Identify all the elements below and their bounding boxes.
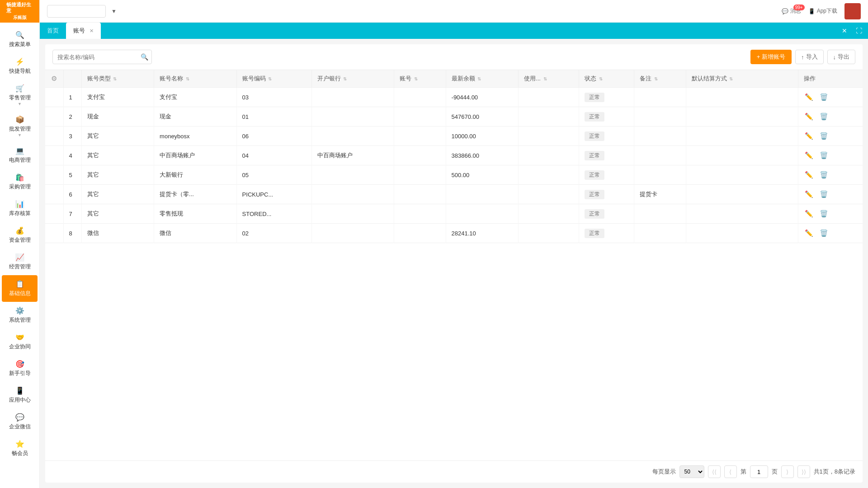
next-page-btn[interactable]: ⟩ [781, 465, 794, 478]
row-account-number [394, 88, 446, 107]
row-status: 正常 [579, 146, 634, 165]
sidebar-item-wholesale-mgmt[interactable]: 📦 批发管理 ▼ [0, 111, 39, 142]
sidebar-item-retail-mgmt[interactable]: 🛒 零售管理 ▼ [0, 80, 39, 111]
delete-icon[interactable]: 🗑️ [819, 209, 829, 219]
sidebar-item-finance-mgmt[interactable]: 💰 资金管理 [0, 222, 39, 249]
row-latest-balance: -90444.00 [446, 88, 519, 107]
col-account-type-label: 账号类型 [87, 75, 111, 82]
topbar-dropdown[interactable]: ▼ [111, 8, 117, 14]
sidebar-item-app-center[interactable]: 📱 应用中心 [0, 382, 39, 408]
row-settings-cell [45, 224, 63, 243]
import-button[interactable]: ↑ 导入 [795, 50, 824, 64]
tab-home[interactable]: 首页 [40, 23, 66, 39]
topbar-message-btn[interactable]: 💬 消息 99+ [782, 7, 801, 15]
col-account-number[interactable]: 账号 ⇅ [394, 70, 446, 88]
prev-page-btn[interactable]: ⟨ [724, 465, 737, 478]
sidebar-item-ecommerce-mgmt[interactable]: 💻 电商管理 [0, 142, 39, 169]
delete-icon[interactable]: 🗑️ [819, 228, 829, 238]
page-input[interactable] [750, 465, 768, 478]
finance-mgmt-icon: 💰 [15, 226, 24, 235]
col-status[interactable]: 状态 ⇅ [579, 70, 634, 88]
col-remark-label: 备注 [640, 75, 651, 82]
row-account-name: 提货卡（零... [154, 185, 237, 204]
col-latest-balance[interactable]: 最新余额 ⇅ [446, 70, 519, 88]
edit-icon[interactable]: ✏️ [804, 189, 814, 199]
col-account-name[interactable]: 账号名称 ⇅ [154, 70, 237, 88]
sort-icon: ⇅ [186, 76, 189, 81]
row-account-type: 其它 [81, 146, 154, 165]
row-latest-balance [446, 204, 519, 224]
edit-icon[interactable]: ✏️ [804, 228, 814, 238]
page-size-select[interactable]: 50 10 20 100 [679, 465, 704, 478]
sort-icon: ⇅ [414, 76, 418, 81]
first-page-btn[interactable]: ⟨⟨ [708, 465, 721, 478]
purchase-mgmt-icon: 🛍️ [15, 173, 24, 182]
row-index: 3 [63, 127, 81, 146]
system-mgmt-icon: ⚙️ [15, 306, 24, 315]
chevron-down-icon: ▼ [111, 8, 117, 14]
tab-accounts[interactable]: 账号 ✕ [66, 23, 101, 39]
sidebar-item-inventory[interactable]: 📊 库存核算 [0, 195, 39, 222]
sidebar-item-beginner-guide[interactable]: 🎯 新手引导 [0, 355, 39, 382]
edit-icon[interactable]: ✏️ [804, 209, 814, 219]
sidebar-item-enterprise-agreement[interactable]: 🤝 企业协同 [0, 328, 39, 355]
col-bank[interactable]: 开户银行 ⇅ [311, 70, 394, 88]
edit-icon[interactable]: ✏️ [804, 131, 814, 141]
export-button[interactable]: ↓ 导出 [827, 50, 856, 64]
tabbar-close-btn[interactable]: ✕ [839, 25, 850, 36]
delete-icon[interactable]: 🗑️ [819, 189, 829, 199]
col-settings[interactable]: ⚙ [45, 70, 63, 88]
row-actions: ✏️ 🗑️ [798, 185, 863, 204]
sidebar-item-label: 电商管理 [9, 156, 31, 164]
last-page-btn[interactable]: ⟩⟩ [797, 465, 810, 478]
sidebar-item-search-orders[interactable]: 🔍 搜索菜单 [0, 26, 39, 53]
topbar-search-input[interactable] [47, 5, 106, 18]
col-remark[interactable]: 备注 ⇅ [634, 70, 686, 88]
account-search-input[interactable] [52, 50, 152, 64]
edit-icon[interactable]: ✏️ [804, 92, 814, 102]
col-account-type[interactable]: 账号类型 ⇅ [81, 70, 154, 88]
col-default-settlement[interactable]: 默认结算方式 ⇅ [686, 70, 798, 88]
search-icon: 🔍 [141, 53, 148, 61]
delete-icon[interactable]: 🗑️ [819, 92, 829, 102]
row-usage [519, 224, 579, 243]
row-account-type: 其它 [81, 165, 154, 185]
row-settings-cell [45, 146, 63, 165]
row-account-number [394, 146, 446, 165]
settings-icon[interactable]: ⚙ [51, 75, 57, 82]
sidebar-item-ops-mgmt[interactable]: 📈 经营管理 [0, 249, 39, 275]
delete-icon[interactable]: 🗑️ [819, 131, 829, 141]
topbar-app-download-btn[interactable]: 📱 App下载 [808, 7, 837, 15]
tabbar-expand-btn[interactable]: ⛶ [854, 25, 864, 36]
col-usage[interactable]: 使用... ⇅ [519, 70, 579, 88]
row-default-settlement [686, 185, 798, 204]
row-index: 8 [63, 224, 81, 243]
sidebar-item-system-mgmt[interactable]: ⚙️ 系统管理 [0, 302, 39, 328]
delete-icon[interactable]: 🗑️ [819, 112, 829, 122]
tab-close-icon[interactable]: ✕ [90, 28, 94, 34]
row-remark [634, 127, 686, 146]
sidebar-item-quick-nav[interactable]: ⚡ 快捷导航 [0, 53, 39, 80]
sidebar-item-enterprise-wechat[interactable]: 💬 企业微信 [0, 408, 39, 435]
delete-icon[interactable]: 🗑️ [819, 150, 829, 160]
add-account-button[interactable]: + 新增账号 [750, 50, 792, 64]
sidebar-item-purchase-mgmt[interactable]: 🛍️ 采购管理 [0, 169, 39, 195]
sidebar-item-label: 库存核算 [9, 210, 31, 217]
sidebar-item-label: 零售管理 [9, 94, 31, 102]
topbar-left: ▼ [47, 5, 117, 18]
main-area: ▼ 💬 消息 99+ 📱 App下载 首页 账号 ✕ ✕ ⛶ [40, 0, 868, 488]
sidebar-item-vip-member[interactable]: ⭐ 畅会员 [0, 435, 39, 462]
col-account-code[interactable]: 账号编码 ⇅ [236, 70, 311, 88]
sidebar-item-basic-info[interactable]: 📋 基础信息 [2, 275, 38, 302]
page-size-label: 每页显示 [652, 468, 676, 476]
table-row: 4 其它 中百商场账户 04 中百商场账户 383866.00 正常 ✏️ 🗑️ [45, 146, 863, 165]
edit-icon[interactable]: ✏️ [804, 170, 814, 180]
edit-icon[interactable]: ✏️ [804, 150, 814, 160]
row-account-name: 微信 [154, 224, 237, 243]
sidebar-menu: 🔍 搜索菜单 ⚡ 快捷导航 🛒 零售管理 ▼ 📦 批发管理 ▼ 💻 电商管理 🛍… [0, 23, 39, 488]
retail-mgmt-icon: 🛒 [15, 84, 24, 93]
edit-icon[interactable]: ✏️ [804, 112, 814, 122]
tabbar: 首页 账号 ✕ ✕ ⛶ [40, 23, 868, 39]
delete-icon[interactable]: 🗑️ [819, 170, 829, 180]
topbar-avatar[interactable] [844, 3, 861, 19]
